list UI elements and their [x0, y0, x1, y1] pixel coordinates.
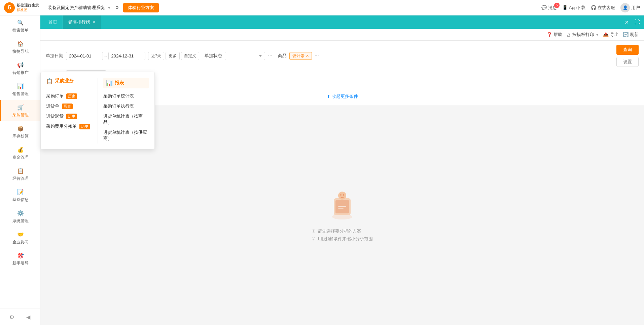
- date-quick-7days[interactable]: 近7天: [148, 52, 165, 60]
- dropdown-item-purchase-order[interactable]: 采购订单 历史: [46, 91, 92, 101]
- dropdown-item-expense[interactable]: 采购费用分摊单 历史: [46, 121, 92, 131]
- svg-rect-6: [338, 206, 346, 207]
- system-gear-icon[interactable]: ⚙: [114, 4, 120, 11]
- tab-home-label: 首页: [48, 19, 57, 25]
- sidebar-item-operations[interactable]: 📋 经营管理: [0, 164, 40, 185]
- sidebar-item-marketing[interactable]: 📢 营销推广: [0, 58, 40, 79]
- dropdown-item-incoming-by-goods[interactable]: 进货单统计表（按商品）: [103, 111, 149, 127]
- svg-point-5: [343, 194, 344, 196]
- svg-rect-7: [338, 208, 344, 209]
- help-icon: ❓: [546, 32, 552, 37]
- basic-icon: 📝: [17, 188, 24, 196]
- settings-icon[interactable]: ⚙: [7, 312, 16, 322]
- header-system: 装备及固定资产辅助管理系统 ▼ ⚙ 体验行业方案: [44, 3, 541, 12]
- sidebar-item-label: 系统管理: [12, 218, 29, 224]
- dropdown-item-incoming-by-supplier[interactable]: 进货单统计表（按供应商）: [103, 127, 149, 144]
- sidebar-item-quick-nav[interactable]: 🏠 快捷导航: [0, 37, 40, 58]
- purchase-title-icon: 📋: [46, 78, 53, 84]
- doc-status-select[interactable]: [225, 52, 265, 60]
- refresh-btn[interactable]: 🔄 刷新: [623, 32, 639, 38]
- dropdown-menu: 📋 采购业务 采购订单 历史 进货单 历史 进货退货 历史 采购费用分摊单 历史…: [40, 72, 155, 149]
- dropdown-item-incoming[interactable]: 进货单 历史: [46, 101, 92, 111]
- history-badge-4: 历史: [79, 124, 90, 129]
- sidebar-item-purchase[interactable]: 🛒 采购管理: [0, 100, 40, 121]
- doc-status-filter: 单据状态 ···: [205, 52, 272, 60]
- date-label: 单据日期: [46, 53, 63, 59]
- sidebar-item-sales[interactable]: 📊 销售管理: [0, 79, 40, 100]
- sidebar-item-search[interactable]: 🔍 搜索菜单: [0, 15, 40, 37]
- history-badge-3: 历史: [66, 114, 77, 119]
- system-name: 装备及固定资产辅助管理系统: [48, 5, 105, 11]
- sidebar-item-finance[interactable]: 💰 资金管理: [0, 143, 40, 164]
- dropdown-item-purchase-order-exec[interactable]: 采购订单执行表: [103, 101, 149, 111]
- sidebar-item-label: 企业协同: [12, 239, 29, 245]
- query-btn[interactable]: 查询: [616, 45, 639, 55]
- messages-btn[interactable]: 💬 消息 5: [541, 5, 557, 11]
- sidebar-item-enterprise[interactable]: 🤝 企业协同: [0, 227, 40, 248]
- tab-sales-rank[interactable]: 销售排行榜 ✕: [63, 15, 101, 29]
- export-btn[interactable]: 📤 导出: [603, 32, 619, 38]
- user-avatar: 👤: [620, 3, 630, 12]
- dropdown-item-purchase-order-stat[interactable]: 采购订单统计表: [103, 91, 149, 101]
- tab-maximize-icon[interactable]: ⛶: [633, 18, 641, 26]
- empty-illustration: [325, 188, 359, 222]
- logo-area: 6 畅捷通好生意 标准版: [4, 2, 44, 13]
- sales-icon: 📊: [17, 82, 24, 90]
- purchase-col-title: 📋 采购业务: [46, 78, 92, 87]
- goods-tag: 设计素 ✕: [289, 52, 312, 60]
- tab-sales-rank-label: 销售排行榜: [68, 19, 90, 25]
- date-quick-custom[interactable]: 自定义: [181, 52, 199, 60]
- sidebar-bottom: ⚙ ◀: [0, 309, 40, 325]
- export-icon: 📤: [603, 32, 609, 37]
- logo-badge: 标准版: [17, 8, 39, 12]
- filter-row-1: 单据日期 ~ 近7天 更多 自定义 单据状态: [46, 45, 639, 67]
- sidebar-item-inventory[interactable]: 📦 库存核算: [0, 121, 40, 143]
- date-start-input[interactable]: [66, 52, 103, 60]
- svg-point-3: [338, 192, 346, 200]
- layout: 🔍 搜索菜单 🏠 快捷导航 📢 营销推广 📊 销售管理 🛒 采购管理 📦 库存核…: [0, 15, 644, 325]
- print-template-btn[interactable]: 🖨 按模板打印 ▼: [566, 32, 599, 38]
- svg-point-4: [340, 194, 342, 196]
- date-range: ~: [66, 52, 145, 60]
- sidebar-item-guide[interactable]: 🎯 新手引导: [0, 248, 40, 270]
- goods-tag-close[interactable]: ✕: [306, 54, 309, 58]
- collapse-sidebar-icon[interactable]: ◀: [24, 312, 33, 322]
- industry-btn[interactable]: 体验行业方案: [123, 3, 159, 12]
- marketing-icon: 📢: [17, 61, 24, 69]
- system-dropdown-icon[interactable]: ▼: [107, 6, 111, 10]
- user-btn[interactable]: 👤 用户: [620, 3, 640, 12]
- doc-status-label: 单据状态: [205, 53, 222, 59]
- main-content: 首页 销售排行榜 ✕ ✕ ⛶ ❓ 帮助 🖨 按模板打印 ▼ 📤: [40, 15, 644, 325]
- sidebar-item-basic[interactable]: 📝 基础信息: [0, 185, 40, 206]
- sidebar-item-label: 新手引导: [12, 260, 29, 266]
- date-quick-more[interactable]: 更多: [166, 52, 180, 60]
- tab-close-icon[interactable]: ✕: [622, 18, 631, 26]
- history-badge-2: 历史: [62, 104, 73, 109]
- setting-btn[interactable]: 设置: [616, 57, 639, 67]
- search-icon: 🔍: [17, 19, 24, 26]
- logo-text: 畅捷通好生意: [17, 3, 39, 7]
- report-title-icon: 📊: [106, 80, 113, 86]
- history-badge-1: 历史: [66, 93, 77, 99]
- messages-badge: 5: [554, 3, 560, 8]
- help-btn[interactable]: ❓ 帮助: [546, 32, 562, 38]
- tab-bar-right: ✕ ⛶: [622, 18, 641, 26]
- online-service-btn[interactable]: 🎧 在线客服: [591, 5, 615, 11]
- sidebar-item-system[interactable]: ⚙️ 系统管理: [0, 206, 40, 227]
- dropdown-report-col: 📊 报表 采购订单统计表 采购订单执行表 进货单统计表（按商品） 进货单统计表（…: [103, 78, 149, 144]
- date-end-input[interactable]: [108, 52, 145, 60]
- sidebar-item-label: 基础信息: [12, 197, 29, 203]
- goods-dots[interactable]: ···: [315, 53, 319, 59]
- doc-status-dots[interactable]: ···: [268, 53, 272, 59]
- tab-bar: 首页 销售排行榜 ✕ ✕ ⛶: [40, 15, 644, 29]
- inventory-icon: 📦: [17, 125, 24, 132]
- guide-icon: 🎯: [17, 252, 24, 259]
- app-download-btn[interactable]: 📱 App下载: [562, 5, 585, 11]
- empty-tips: 请先选择要分析的方案 用[过滤]条件来缩小分析范围: [312, 227, 372, 243]
- empty-tip-2: 用[过滤]条件来缩小分析范围: [312, 235, 372, 243]
- tab-close-icon[interactable]: ✕: [92, 20, 96, 25]
- dropdown-item-return[interactable]: 进货退货 历史: [46, 111, 92, 121]
- btn-area: 查询 设置: [616, 45, 639, 67]
- finance-icon: 💰: [17, 146, 24, 153]
- tab-home[interactable]: 首页: [43, 15, 63, 29]
